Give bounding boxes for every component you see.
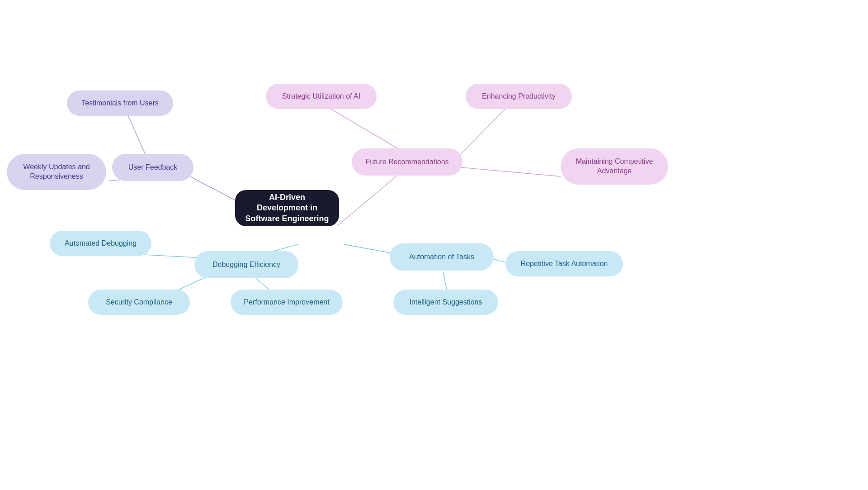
node-automated-debugging: Automated Debugging bbox=[50, 231, 151, 256]
node-automation-of-tasks-label: Automation of Tasks bbox=[409, 252, 474, 262]
svg-line-8 bbox=[461, 167, 561, 176]
node-automation-of-tasks: Automation of Tasks bbox=[390, 243, 494, 271]
node-future-recommendations: Future Recommendations bbox=[352, 148, 462, 176]
center-label: AI-Driven Development in Software Engine… bbox=[245, 192, 329, 224]
node-maintaining-competitive: Maintaining Competitive Advantage bbox=[561, 148, 668, 185]
node-strategic-utilization-label: Strategic Utilization of AI bbox=[282, 92, 360, 101]
svg-line-7 bbox=[452, 103, 511, 163]
node-enhancing-productivity: Enhancing Productivity bbox=[466, 84, 572, 109]
node-security-compliance-label: Security Compliance bbox=[106, 298, 172, 307]
node-automated-debugging-label: Automated Debugging bbox=[65, 239, 137, 248]
node-user-feedback-label: User Feedback bbox=[128, 163, 178, 172]
node-user-feedback: User Feedback bbox=[112, 154, 193, 181]
svg-line-1 bbox=[337, 167, 407, 226]
svg-line-6 bbox=[321, 103, 407, 154]
node-performance-improvement-label: Performance Improvement bbox=[244, 298, 329, 307]
node-debugging-efficiency: Debugging Efficiency bbox=[194, 251, 298, 278]
node-security-compliance: Security Compliance bbox=[88, 290, 190, 315]
node-testimonials: Testimonials from Users bbox=[67, 90, 173, 116]
node-testimonials-label: Testimonials from Users bbox=[81, 99, 159, 108]
center-node: AI-Driven Development in Software Engine… bbox=[235, 190, 339, 226]
node-intelligent-suggestions-label: Intelligent Suggestions bbox=[410, 298, 482, 307]
node-weekly-updates-label: Weekly Updates and Responsiveness bbox=[23, 162, 90, 181]
node-future-recommendations-label: Future Recommendations bbox=[365, 157, 448, 167]
node-performance-improvement: Performance Improvement bbox=[231, 290, 343, 315]
node-enhancing-productivity-label: Enhancing Productivity bbox=[482, 92, 556, 101]
node-repetitive-task-automation-label: Repetitive Task Automation bbox=[521, 259, 608, 269]
node-maintaining-competitive-label: Maintaining Competitive Advantage bbox=[576, 157, 653, 176]
node-strategic-utilization: Strategic Utilization of AI bbox=[266, 84, 377, 109]
node-weekly-updates: Weekly Updates and Responsiveness bbox=[7, 154, 106, 190]
node-intelligent-suggestions: Intelligent Suggestions bbox=[393, 290, 498, 315]
node-repetitive-task-automation: Repetitive Task Automation bbox=[505, 251, 623, 276]
node-debugging-efficiency-label: Debugging Efficiency bbox=[212, 260, 280, 270]
